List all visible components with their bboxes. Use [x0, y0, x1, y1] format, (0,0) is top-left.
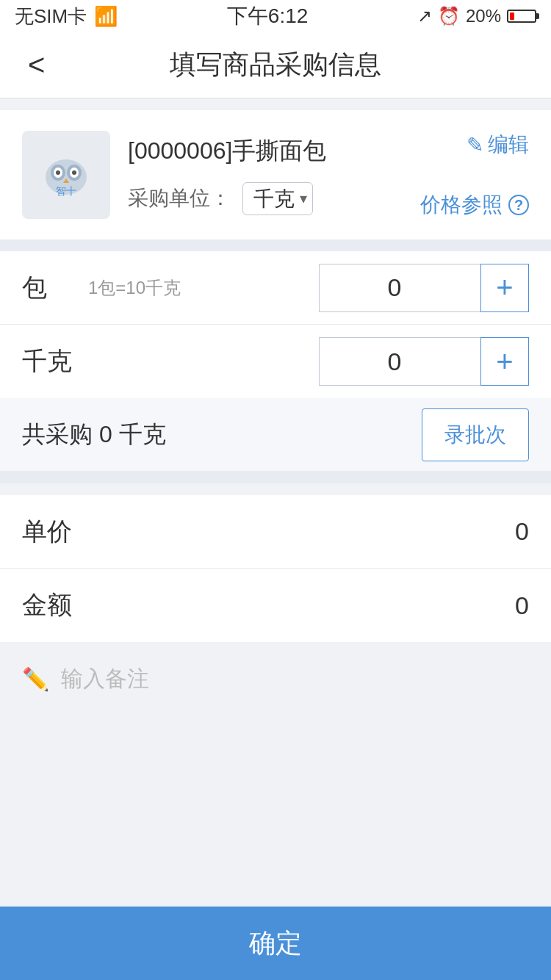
product-image: 智十 — [22, 131, 110, 219]
alarm-icon: ⏰ — [438, 6, 460, 26]
total-label-text: 共采购 — [22, 421, 93, 447]
kg-label: 千克 — [22, 345, 81, 378]
confirm-button[interactable]: 确定 — [0, 907, 551, 980]
kg-input-wrap: + — [319, 337, 529, 386]
bao-label: 包 — [22, 271, 81, 305]
notes-section[interactable]: ✏️ 输入备注 — [0, 642, 551, 716]
unit-price-label: 单价 — [22, 515, 515, 549]
edit-label: 编辑 — [488, 131, 529, 159]
unit-price-row: 单价 0 — [0, 495, 551, 569]
unit-select-wrap[interactable]: 千克 包 — [242, 182, 313, 215]
bottom-spacer — [0, 716, 551, 936]
bao-input-wrap: + — [319, 264, 529, 312]
status-left: 无SIM卡 📶 — [15, 4, 118, 29]
price-ref-label: 价格参照 — [420, 191, 503, 219]
amount-row: 金额 0 — [0, 569, 551, 642]
page-title: 填写商品采购信息 — [170, 47, 381, 83]
help-icon: ? — [508, 195, 529, 215]
amount-label: 金额 — [22, 588, 515, 622]
divider-1 — [0, 239, 551, 251]
unit-label: 采购单位： — [128, 184, 231, 212]
back-button[interactable]: < — [21, 41, 52, 89]
batch-button[interactable]: 录批次 — [422, 408, 529, 461]
location-icon: ↗ — [417, 6, 432, 26]
wifi-icon: 📶 — [94, 5, 118, 28]
carrier-label: 无SIM卡 — [15, 4, 87, 29]
bao-sublabel: 1包=10千克 — [88, 276, 319, 300]
time-label: 下午6:12 — [227, 2, 309, 30]
pencil-icon: ✏️ — [22, 666, 49, 692]
status-bar: 无SIM卡 📶 下午6:12 ↗ ⏰ 20% — [0, 0, 551, 32]
bao-input-row: 包 1包=10千克 + — [0, 251, 551, 325]
total-unit: 千克 — [119, 421, 166, 447]
kg-plus-button[interactable]: + — [480, 337, 529, 386]
price-section: 单价 0 金额 0 — [0, 495, 551, 642]
quantity-section: 包 1包=10千克 + 千克 + — [0, 251, 551, 398]
unit-price-value: 0 — [515, 517, 529, 546]
nav-bar: < 填写商品采购信息 — [0, 32, 551, 98]
svg-point-5 — [56, 170, 60, 175]
product-card: 智十 [0000006]手撕面包 采购单位： 千克 包 ✎ 编辑 价格参照 ? — [0, 110, 551, 239]
edit-button[interactable]: ✎ 编辑 — [467, 131, 529, 159]
battery-percent: 20% — [466, 6, 501, 26]
kg-input[interactable] — [319, 337, 480, 386]
total-label: 共采购 0 千克 — [22, 419, 422, 451]
bao-input[interactable] — [319, 264, 480, 312]
price-ref-button[interactable]: 价格参照 ? — [420, 191, 529, 219]
amount-value: 0 — [515, 591, 529, 620]
total-row: 共采购 0 千克 录批次 — [0, 398, 551, 472]
bao-plus-button[interactable]: + — [480, 264, 529, 312]
kg-input-row: 千克 + — [0, 325, 551, 398]
total-value: 0 — [99, 421, 112, 447]
edit-icon: ✎ — [467, 133, 483, 157]
svg-point-6 — [72, 170, 76, 175]
status-right: ↗ ⏰ 20% — [417, 6, 536, 26]
product-logo: 智十 — [37, 149, 96, 201]
battery-icon — [507, 10, 536, 23]
svg-text:智十: 智十 — [56, 185, 76, 197]
divider-2 — [0, 472, 551, 483]
notes-placeholder: 输入备注 — [61, 664, 149, 694]
unit-select[interactable]: 千克 包 — [242, 182, 313, 215]
